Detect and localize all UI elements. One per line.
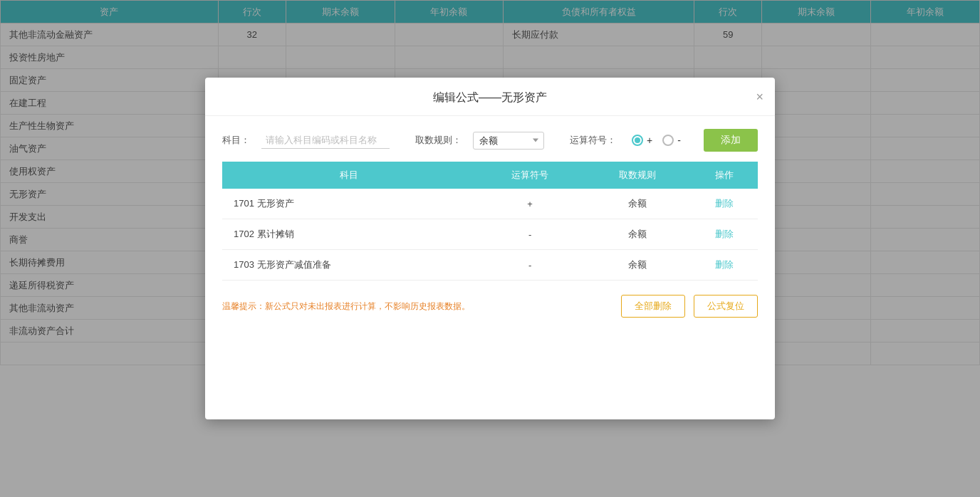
formula-action-cell: 删除	[692, 219, 758, 250]
rule-select-wrap: 余额 借方 贷方 借方发生额 贷方发生额	[473, 132, 544, 150]
delete-row-0-link[interactable]: 删除	[715, 198, 734, 209]
subject-label: 科目：	[222, 134, 250, 147]
formula-table-row: 1703 无形资产减值准备-余额删除	[222, 250, 758, 281]
col-header-operator: 运算符号	[476, 162, 584, 189]
modal-close-button[interactable]: ×	[756, 90, 763, 103]
operator-plus-label: +	[647, 135, 652, 146]
delete-all-button[interactable]: 全部删除	[621, 295, 685, 318]
formula-subject-cell: 1703 无形资产减值准备	[222, 250, 476, 281]
modal-header: 编辑公式——无形资产 ×	[205, 78, 775, 116]
operator-label: 运算符号：	[570, 134, 616, 147]
modal-title: 编辑公式——无形资产	[433, 91, 547, 103]
col-header-action: 操作	[692, 162, 758, 189]
formula-operator-cell: -	[476, 219, 584, 250]
operator-minus-radio[interactable]: -	[662, 135, 681, 146]
formula-table-header-row: 科目 运算符号 取数规则 操作	[222, 162, 758, 189]
operator-radio-group: + -	[632, 135, 681, 146]
formula-operator-cell: -	[476, 250, 584, 281]
operator-plus-radio[interactable]: +	[632, 135, 652, 146]
delete-row-2-link[interactable]: 删除	[715, 259, 734, 270]
form-row: 科目： 取数规则： 余额 借方 贷方 借方发生额 贷方发生额 运算符号： +	[205, 116, 775, 162]
formula-table: 科目 运算符号 取数规则 操作 1701 无形资产+余额删除1702 累计摊销-…	[222, 162, 758, 281]
formula-operator-cell: +	[476, 189, 584, 219]
subject-input[interactable]	[261, 132, 390, 149]
formula-action-cell: 删除	[692, 189, 758, 219]
rule-label: 取数规则：	[415, 134, 462, 147]
operator-minus-label: -	[677, 135, 681, 146]
modal-footer: 温馨提示：新公式只对未出报表进行计算，不影响历史报表数据。 全部删除 公式复位	[205, 281, 775, 318]
operator-minus-circle	[662, 135, 674, 146]
formula-table-row: 1702 累计摊销-余额删除	[222, 219, 758, 250]
formula-subject-cell: 1701 无形资产	[222, 189, 476, 219]
col-header-subject: 科目	[222, 162, 476, 189]
formula-subject-cell: 1702 累计摊销	[222, 219, 476, 250]
formula-rule-cell: 余额	[584, 250, 692, 281]
modal-overlay: 编辑公式——无形资产 × 科目： 取数规则： 余额 借方 贷方 借方发生额 贷方…	[0, 0, 980, 497]
formula-table-row: 1701 无形资产+余额删除	[222, 189, 758, 219]
col-header-rule: 取数规则	[584, 162, 692, 189]
formula-rule-cell: 余额	[584, 189, 692, 219]
delete-row-1-link[interactable]: 删除	[715, 229, 734, 239]
edit-formula-modal: 编辑公式——无形资产 × 科目： 取数规则： 余额 借方 贷方 借方发生额 贷方…	[205, 78, 775, 419]
operator-plus-circle	[632, 135, 643, 146]
reset-formula-button[interactable]: 公式复位	[694, 295, 758, 318]
rule-select[interactable]: 余额 借方 贷方 借方发生额 贷方发生额	[473, 132, 544, 150]
formula-rule-cell: 余额	[584, 219, 692, 250]
add-button[interactable]: 添加	[704, 129, 758, 152]
formula-table-wrap: 科目 运算符号 取数规则 操作 1701 无形资产+余额删除1702 累计摊销-…	[222, 162, 758, 281]
footer-buttons: 全部删除 公式复位	[621, 295, 758, 318]
formula-action-cell: 删除	[692, 250, 758, 281]
hint-text: 温馨提示：新公式只对未出报表进行计算，不影响历史报表数据。	[222, 300, 470, 313]
